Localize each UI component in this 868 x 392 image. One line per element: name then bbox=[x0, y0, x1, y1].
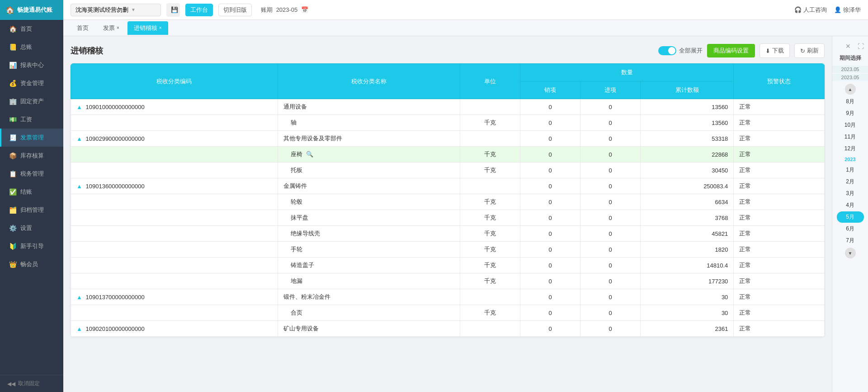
save-draft-button[interactable]: 💾 bbox=[166, 3, 180, 17]
tab-invoice-label: 发票 bbox=[103, 24, 115, 32]
table-row[interactable]: 座椅🔍 千克 0 0 22868 正常 bbox=[71, 147, 825, 163]
cell-code bbox=[71, 210, 278, 226]
sidebar-item-guide[interactable]: 🔰 新手引导 bbox=[0, 237, 63, 255]
table-row[interactable]: ▲ 109020100000000000 矿山专用设备 0 0 2361 正常 bbox=[71, 321, 825, 337]
download-button[interactable]: ⬇ 下载 bbox=[760, 43, 790, 58]
cell-code bbox=[71, 258, 278, 273]
month-item[interactable]: 9月 bbox=[837, 108, 864, 119]
cell-purchase: 0 bbox=[580, 258, 641, 273]
cell-total: 30 bbox=[640, 289, 733, 305]
cell-status: 正常 bbox=[734, 226, 825, 242]
home-icon: 🏠 bbox=[9, 25, 17, 33]
month-item[interactable]: 8月 bbox=[837, 96, 864, 107]
month-item[interactable]: 5月 bbox=[837, 211, 864, 223]
tab-reconcile-close-icon[interactable]: × bbox=[159, 25, 162, 30]
month-item[interactable]: 7月 bbox=[837, 235, 864, 246]
sidebar-item-settings[interactable]: ⚙️ 设置 bbox=[0, 219, 63, 237]
scroll-up-button[interactable]: ▲ bbox=[845, 84, 856, 95]
content-main: 进销稽核 全部展开 商品编码设置 ⬇ 下载 ↻ 刷新 bbox=[63, 36, 832, 392]
month-item[interactable]: 11月 bbox=[837, 131, 864, 143]
table-row[interactable]: 抹平盘 千克 0 0 3768 正常 bbox=[71, 210, 825, 226]
table-row[interactable]: 合页 千克 0 0 30 正常 bbox=[71, 305, 825, 321]
month-item[interactable]: 4月 bbox=[837, 200, 864, 211]
collapse-icon[interactable]: ▲ bbox=[76, 294, 82, 301]
service-button[interactable]: 🎧 人工咨询 bbox=[794, 6, 827, 14]
table-row[interactable]: ▲ 109029900000000000 其他专用设备及零部件 0 0 5331… bbox=[71, 131, 825, 147]
cell-sales: 0 bbox=[520, 273, 580, 289]
switch-version-button[interactable]: 切到旧版 bbox=[218, 4, 252, 16]
th-unit: 单位 bbox=[460, 64, 520, 99]
close-panel-icon[interactable]: ✕ bbox=[843, 41, 854, 52]
table-row[interactable]: ▲ 109013600000000000 金属铸件 0 0 250083.4 正… bbox=[71, 178, 825, 194]
sidebar-item-member[interactable]: 👑 畅会员 bbox=[0, 255, 63, 273]
tab-invoice-close-icon[interactable]: × bbox=[117, 25, 119, 30]
expand-panel-icon[interactable]: ⛶ bbox=[855, 41, 866, 52]
tab-reconcile[interactable]: 进销稽核 × bbox=[127, 21, 168, 35]
sidebar-item-ledger[interactable]: 📒 总账 bbox=[0, 38, 63, 56]
month-item[interactable]: 3月 bbox=[837, 188, 864, 199]
cell-name: 抹平盘 bbox=[278, 210, 460, 226]
main-area: 沈海英测试经营勿删 ▼ 💾 工作台 切到旧版 账期 2023-05 📅 🎧 人工… bbox=[63, 0, 868, 392]
expand-all-toggle[interactable]: 全部展开 bbox=[658, 46, 703, 55]
sidebar-item-payroll[interactable]: 💵 工资 bbox=[0, 110, 63, 129]
table-row[interactable]: 托板 千克 0 0 30450 正常 bbox=[71, 163, 825, 178]
table-row[interactable]: ▲ 109013700000000000 锻件、粉末冶金件 0 0 30 正常 bbox=[71, 289, 825, 305]
month-item[interactable]: 6月 bbox=[837, 223, 864, 234]
sidebar-item-settlement[interactable]: ✅ 结账 bbox=[0, 183, 63, 201]
tab-home[interactable]: 首页 bbox=[71, 21, 95, 35]
collapse-icon[interactable]: ▲ bbox=[76, 104, 82, 110]
cell-name: 座椅🔍 bbox=[278, 147, 460, 163]
cell-code bbox=[71, 147, 278, 163]
workspace-button[interactable]: 工作台 bbox=[185, 4, 213, 16]
sidebar-item-assets[interactable]: 🏢 固定资产 bbox=[0, 92, 63, 110]
cell-unit: 千克 bbox=[460, 226, 520, 242]
sidebar-item-archive[interactable]: 🗂️ 归档管理 bbox=[0, 201, 63, 219]
month-item[interactable]: 1月 bbox=[837, 164, 864, 176]
sidebar-item-label: 设置 bbox=[20, 224, 32, 232]
sidebar-item-home[interactable]: 🏠 首页 bbox=[0, 20, 63, 38]
table-row[interactable]: 轮毂 千克 0 0 6634 正常 bbox=[71, 194, 825, 210]
tab-invoice[interactable]: 发票 × bbox=[97, 21, 126, 35]
table-row[interactable]: ▲ 109010000000000000 通用设备 0 0 13560 正常 bbox=[71, 99, 825, 115]
app-name: 畅捷通易代账 bbox=[17, 6, 52, 14]
sidebar-item-invoice[interactable]: 🧾 发票管理 bbox=[0, 129, 63, 147]
company-selector[interactable]: 沈海英测试经营勿删 ▼ bbox=[71, 4, 161, 16]
month-item[interactable]: 12月 bbox=[837, 143, 864, 154]
table-row[interactable]: 绝缘导线壳 千克 0 0 45821 正常 bbox=[71, 226, 825, 242]
scroll-down-button[interactable]: ▼ bbox=[845, 248, 856, 258]
unpin-button[interactable]: ◀◀ 取消固定 bbox=[0, 375, 63, 392]
month-item[interactable]: 10月 bbox=[837, 120, 864, 131]
cell-code bbox=[71, 273, 278, 289]
user-menu[interactable]: 👤 徐泽华 bbox=[834, 6, 861, 14]
cell-status: 正常 bbox=[734, 131, 825, 147]
calendar-icon[interactable]: 📅 bbox=[301, 6, 308, 13]
cell-sales: 0 bbox=[520, 147, 580, 163]
cell-code bbox=[71, 194, 278, 210]
toggle-switch[interactable] bbox=[658, 46, 676, 55]
sidebar-item-inventory[interactable]: 📦 库存核算 bbox=[0, 147, 63, 165]
cell-status: 正常 bbox=[734, 194, 825, 210]
sidebar-nav: 🏠 首页 📒 总账 📊 报表中心 💰 资金管理 🏢 固定资产 💵 工资 🧾 发票… bbox=[0, 20, 63, 375]
sidebar-item-report[interactable]: 📊 报表中心 bbox=[0, 56, 63, 74]
expand-all-label: 全部展开 bbox=[679, 47, 703, 55]
table-row[interactable]: 手轮 千克 0 0 1820 正常 bbox=[71, 242, 825, 258]
months-container: 8月9月10月11月12月20231月2月3月4月5月6月7月 bbox=[837, 96, 864, 247]
th-status: 预警状态 bbox=[734, 64, 825, 99]
table-row[interactable]: 地漏 千克 0 0 177230 正常 bbox=[71, 273, 825, 289]
month-item[interactable]: 2月 bbox=[837, 176, 864, 187]
collapse-icon[interactable]: ▲ bbox=[76, 325, 82, 332]
period-selection-label: 期间选择 bbox=[840, 54, 861, 62]
sidebar-item-tax[interactable]: 📋 税务管理 bbox=[0, 165, 63, 183]
table-row[interactable]: 轴 千克 0 0 13560 正常 bbox=[71, 115, 825, 131]
refresh-button[interactable]: ↻ 刷新 bbox=[794, 43, 825, 58]
tab-reconcile-label: 进销稽核 bbox=[134, 24, 157, 32]
search-icon[interactable]: 🔍 bbox=[306, 151, 313, 158]
collapse-icon[interactable]: ▲ bbox=[76, 135, 82, 142]
settlement-icon: ✅ bbox=[9, 188, 17, 196]
cell-unit: 千克 bbox=[460, 147, 520, 163]
sidebar-item-funds[interactable]: 💰 资金管理 bbox=[0, 74, 63, 92]
table-row[interactable]: 铸造盖子 千克 0 0 14810.4 正常 bbox=[71, 258, 825, 273]
collapse-icon[interactable]: ▲ bbox=[76, 183, 82, 190]
product-code-button[interactable]: 商品编码设置 bbox=[707, 44, 755, 57]
cell-name: 托板 bbox=[278, 163, 460, 178]
